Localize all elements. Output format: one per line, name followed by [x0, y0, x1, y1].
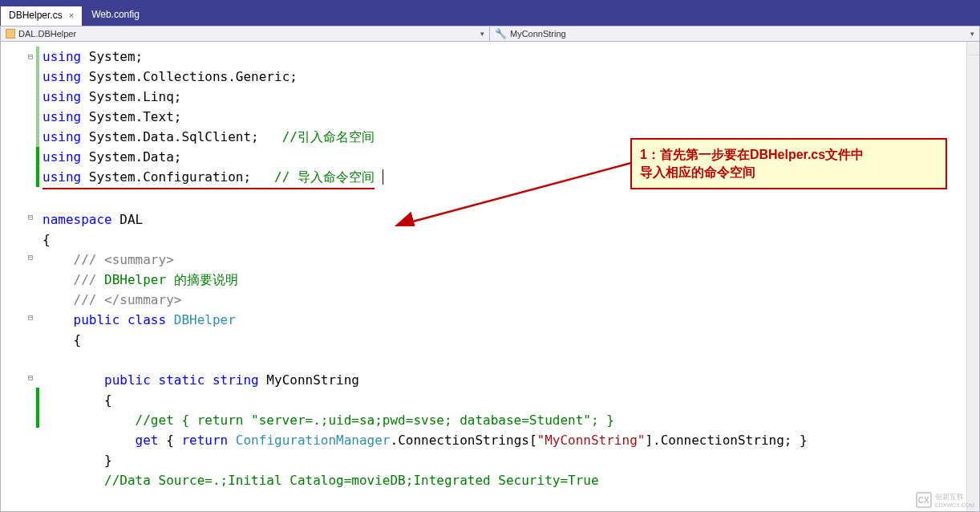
- tab-label: Web.config: [91, 9, 140, 20]
- code-line: get { return ConfigurationManager.Connec…: [43, 433, 808, 448]
- type-name: DAL.DBHelper: [18, 29, 76, 39]
- code-line: using System.Text;: [43, 109, 181, 124]
- code-line: using System.Linq;: [43, 89, 181, 104]
- code-line: //Data Source=.;Initial Catalog=movieDB;…: [43, 473, 599, 488]
- code-line: using System.Data;: [43, 149, 181, 165]
- code-line: public static string MyConnString: [43, 372, 359, 388]
- close-icon[interactable]: ×: [69, 10, 74, 20]
- chevron-down-icon: ▾: [970, 30, 974, 38]
- code-line: using System;: [43, 49, 143, 64]
- margin-gutter: [1, 42, 25, 511]
- outlining-gutter: ⊟ ⊟⊟ ⊟ ⊟: [25, 42, 36, 511]
- member-dropdown[interactable]: 🔧 MyConnString ▾: [490, 26, 979, 41]
- type-dropdown[interactable]: DAL.DBHelper ▾: [1, 26, 490, 41]
- member-name: MyConnString: [510, 29, 566, 39]
- code-area[interactable]: using System; using System.Collections.G…: [39, 42, 979, 511]
- property-icon: 🔧: [495, 28, 507, 39]
- code-line: /// <summary>: [43, 252, 174, 267]
- tab-dbhelper[interactable]: DBHelper.cs ×: [0, 6, 83, 26]
- code-line: /// DBHelper 的摘要说明: [43, 272, 238, 287]
- code-line-highlighted: using System.Configuration; // 导入命令空间: [43, 167, 375, 189]
- tab-bar: DBHelper.cs × Web.config: [0, 3, 980, 26]
- annotation-callout: 1：首先第一步要在DBHelper.cs文件中 导入相应的命令空间: [630, 138, 947, 189]
- watermark-sub: CDXWCX.COM: [935, 502, 974, 508]
- code-line: using System.Data.SqlClient; //引入命名空间: [43, 129, 375, 144]
- watermark: CX 创新互联 CDXWCX.COM: [916, 492, 974, 508]
- code-line: {: [43, 392, 112, 408]
- code-line: namespace DAL: [43, 212, 143, 227]
- vertical-scrollbar[interactable]: [966, 42, 979, 511]
- tab-webconfig[interactable]: Web.config: [83, 6, 148, 25]
- code-line: /// </summary>: [43, 292, 181, 307]
- code-line: {: [43, 332, 81, 347]
- code-line: using System.Collections.Generic;: [43, 69, 298, 84]
- code-line: //get { return "server=.;uid=sa;pwd=svse…: [43, 412, 614, 428]
- class-icon: [6, 29, 15, 39]
- code-editor[interactable]: ⊟ ⊟⊟ ⊟ ⊟ using System; using System.Coll…: [0, 42, 980, 512]
- watermark-brand: 创新互联: [935, 492, 974, 502]
- chevron-down-icon: ▾: [480, 30, 484, 38]
- callout-line2: 导入相应的命令空间: [640, 164, 937, 181]
- text-cursor: [375, 169, 383, 185]
- tab-label: DBHelper.cs: [9, 10, 63, 21]
- watermark-icon: CX: [916, 492, 932, 508]
- code-line: {: [43, 232, 51, 247]
- navigation-bar: DAL.DBHelper ▾ 🔧 MyConnString ▾: [0, 26, 980, 42]
- code-line: }: [43, 453, 112, 468]
- code-line: public class DBHelper: [43, 312, 236, 327]
- callout-line1: 1：首先第一步要在DBHelper.cs文件中: [640, 146, 937, 164]
